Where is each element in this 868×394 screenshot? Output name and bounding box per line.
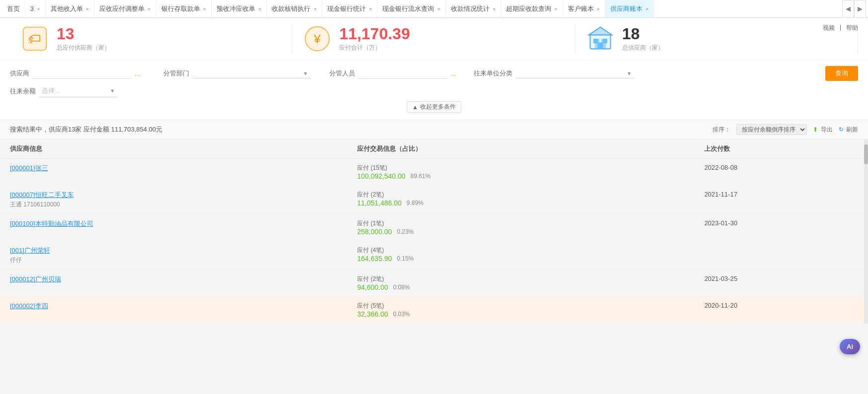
result-actions: 排序： 按应付余额倒序排序 ⬆ 导出 ↻ 刷新 — [713, 124, 858, 135]
supplier-link[interactable]: [000007]恒旺二手叉车 — [10, 191, 74, 198]
payable-amount[interactable]: 11,051,486.00 — [357, 199, 402, 207]
nav-item-prepay-charge[interactable]: 预收冲应收单 × — [212, 0, 267, 18]
close-icon[interactable]: × — [369, 6, 372, 12]
close-icon[interactable]: × — [147, 6, 150, 12]
summary-card-total-suppliers: 18 总供应商（家） — [576, 24, 858, 54]
payable-amount[interactable]: 94,600.00 — [357, 283, 388, 291]
supplier-link[interactable]: [000001]张三 — [10, 164, 48, 172]
balance-filter-label: 往来余额 — [10, 87, 36, 96]
close-icon[interactable]: × — [597, 6, 600, 12]
filter-area: 供应商 ... 分管部门 ▼ 分管人员 ... 往来单位分类 ▼ 查询 — [0, 60, 868, 120]
payable-amount: 11,170.39 — [339, 26, 410, 42]
vertical-scrollbar[interactable] — [864, 139, 868, 324]
category-filter-select[interactable]: ▼ — [515, 69, 635, 78]
nav-arrows: ◀ ▶ — [842, 0, 866, 18]
nav-item-cash-flow-query[interactable]: 现金银行流水查询 × — [377, 0, 445, 18]
nav-label-other-income: 其他收入单 — [51, 4, 83, 13]
payable-amount[interactable]: 164,635.90 — [357, 255, 392, 263]
filter-supplier: 供应商 ... — [10, 68, 141, 79]
result-bar: 搜索结果中，供应商13家 应付金额 111,703,854.00元 排序： 按应… — [0, 120, 868, 139]
balance-filter-select[interactable]: 选择... ▼ — [39, 85, 118, 97]
nav-label-bank-deposit: 银行存取款单 — [161, 4, 200, 13]
nav-item-collection[interactable]: 收款核销执行 × — [267, 0, 322, 18]
supplier-link[interactable]: [000012]广州贝瑞 — [10, 275, 61, 283]
supplier-cell: [000100]本特勤油品有限公司 — [0, 214, 347, 241]
nav-prev-arrow[interactable]: ◀ — [842, 0, 854, 18]
nav-item-customer-book[interactable]: 客户账本 × — [563, 0, 605, 18]
payable-percent: 89.61% — [411, 173, 431, 180]
summary-text-suppliers: 13 总应付供应商（家） — [57, 26, 110, 52]
total-supplier-count: 18 — [622, 26, 664, 42]
payable-amount[interactable]: 32,366.00 — [357, 310, 388, 318]
filter-dept: 分管部门 ▼ — [163, 69, 311, 78]
svg-rect-10 — [602, 39, 607, 43]
filter-row-1: 供应商 ... 分管部门 ▼ 分管人员 ... 往来单位分类 ▼ 查询 — [10, 66, 858, 81]
supplier-link[interactable]: [000002]李四 — [10, 302, 48, 310]
help-link[interactable]: 帮助 — [846, 24, 858, 32]
refresh-icon: ↻ — [839, 126, 844, 133]
supplier-dots-icon[interactable]: ... — [135, 69, 141, 77]
dept-chevron-icon: ▼ — [303, 70, 308, 76]
nav-item-collection-stat[interactable]: 收款情况统计 × — [446, 0, 501, 18]
person-dots-icon[interactable]: ... — [450, 69, 456, 77]
export-button[interactable]: ⬆ 导出 — [813, 126, 832, 134]
table-row: [000007]恒旺二手叉车王通 17106110000应付 (2笔)11,05… — [0, 186, 868, 214]
nav-item-bank-deposit[interactable]: 银行存取款单 × — [156, 0, 212, 18]
col-header-last-pay: 上次付数 — [694, 139, 868, 159]
payable-percent: 0.23% — [397, 228, 414, 235]
supplier-filter-input[interactable] — [32, 68, 132, 79]
close-icon[interactable]: × — [493, 6, 496, 12]
supplier-cell: [000007]恒旺二手叉车王通 17106110000 — [0, 186, 347, 214]
supplier-cell: [000012]广州贝瑞 — [0, 270, 347, 297]
nav-item-other-income[interactable]: 其他收入单 × — [46, 0, 94, 18]
last-pay-date-cell: 2023-01-30 — [694, 214, 868, 241]
supplier-link[interactable]: [001]广州荣轩 — [10, 247, 50, 254]
last-pay-date-cell — [694, 241, 868, 270]
collapse-button[interactable]: ▲ 收起更多条件 — [407, 101, 461, 113]
nav-next-arrow[interactable]: ▶ — [854, 0, 866, 18]
close-icon[interactable]: × — [37, 6, 40, 12]
sort-select[interactable]: 按应付余额倒序排序 — [736, 124, 807, 135]
supplier-cell: [000001]张三 — [0, 159, 347, 186]
svg-marker-7 — [588, 27, 612, 35]
summary-text-payable: 11,170.39 应付合计（万） — [339, 26, 410, 52]
nav-item-supplier-book[interactable]: 供应商账本 × — [605, 0, 654, 18]
nav-label-overdue-query: 超期应收款查询 — [506, 4, 551, 13]
close-icon[interactable]: × — [437, 6, 440, 12]
nav-item-home[interactable]: 首页 — [2, 0, 25, 18]
close-icon[interactable]: × — [313, 6, 316, 12]
close-icon[interactable]: × — [86, 6, 89, 12]
person-filter-input[interactable] — [358, 68, 447, 79]
nav-label-prepay-charge: 预收冲应收单 — [217, 4, 255, 13]
svg-rect-9 — [593, 39, 598, 43]
export-icon: ⬆ — [813, 126, 818, 133]
nav-item-adjustment[interactable]: 应收应付调整单 × — [94, 0, 156, 18]
close-icon[interactable]: × — [203, 6, 206, 12]
supplier-link[interactable]: [000100]本特勤油品有限公司 — [10, 220, 93, 227]
total-supplier-label: 总供应商（家） — [622, 44, 664, 52]
close-icon[interactable]: × — [554, 6, 557, 12]
refresh-button[interactable]: ↻ 刷新 — [839, 126, 858, 134]
supplier-count-label: 总应付供应商（家） — [57, 44, 110, 52]
supplier-sub-info: 仔仔 — [10, 256, 337, 264]
payable-amount[interactable]: 100,092,540.00 — [357, 172, 405, 180]
payable-cell: 应付 (5笔)32,366.000.03% — [347, 297, 694, 324]
close-icon[interactable]: × — [646, 6, 649, 12]
nav-item-3[interactable]: 3 × — [25, 0, 46, 18]
scrollbar-thumb[interactable] — [864, 144, 868, 164]
balance-select-placeholder: 选择... — [42, 86, 60, 95]
query-button[interactable]: 查询 — [825, 66, 858, 81]
close-icon[interactable]: × — [258, 6, 261, 12]
video-link[interactable]: 视频 — [823, 24, 835, 32]
supplier-table: 供应商信息 应付交易信息（占比） 上次付数 [000001]张三应付 (15笔)… — [0, 139, 868, 324]
payable-amount[interactable]: 258,000.00 — [357, 228, 392, 236]
filter-balance: 往来余额 选择... ▼ — [10, 85, 118, 97]
nav-label-3: 3 — [30, 5, 34, 12]
nav-item-overdue-query[interactable]: 超期应收款查询 × — [501, 0, 563, 18]
nav-item-cash-bank-stat[interactable]: 现金银行统计 × — [322, 0, 377, 18]
supplier-count: 13 — [57, 26, 110, 42]
collapse-up-icon: ▲ — [412, 104, 418, 111]
dept-filter-select[interactable]: ▼ — [192, 69, 311, 78]
payable-cell: 应付 (2笔)94,600.000.08% — [347, 270, 694, 297]
payable-cell: 应付 (1笔)258,000.000.23% — [347, 214, 694, 241]
